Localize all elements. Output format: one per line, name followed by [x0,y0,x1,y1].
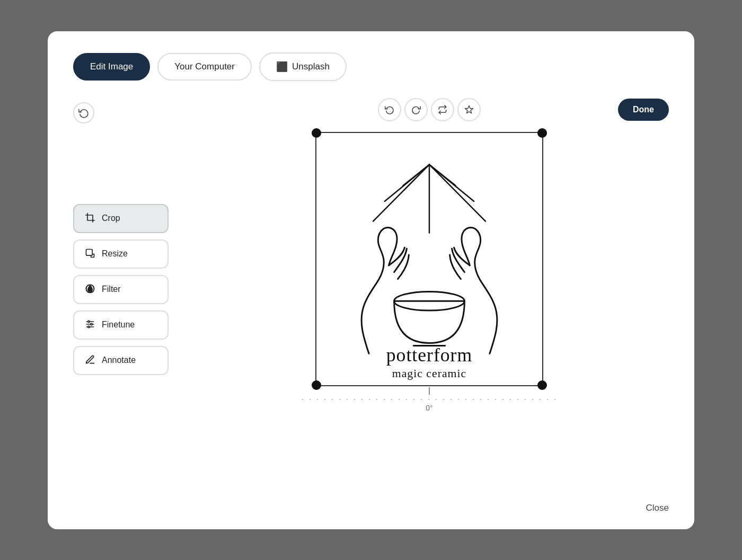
editor-area: Done [190,98,669,508]
brightness-icon [464,105,474,114]
svg-point-7 [91,323,92,325]
undo-button[interactable] [378,98,401,121]
done-button[interactable]: Done [618,99,669,121]
svg-line-13 [373,164,429,221]
redo-icon [411,105,421,114]
svg-marker-9 [465,105,473,113]
sidebar: Crop Resize [73,98,190,508]
svg-line-15 [429,164,474,201]
flip-icon [438,105,447,114]
filter-icon [85,283,95,296]
handle-bottom-right[interactable] [537,380,547,390]
editor-toolbar-row: Done [190,98,669,121]
handle-top-left[interactable] [312,128,321,138]
history-icon [78,108,89,118]
svg-rect-0 [86,249,93,255]
rotation-ruler: 0° [302,399,556,400]
tool-finetune-button[interactable]: Finetune [73,310,169,340]
rotation-angle: 0° [426,404,432,412]
svg-line-16 [429,164,485,221]
ruler-container: 0° [302,399,556,400]
done-wrapper: Done [618,99,669,121]
image-canvas: potterform magic ceramic [315,132,543,386]
redo-button[interactable] [404,98,428,121]
svg-point-6 [88,321,90,322]
undo-icon [385,105,394,114]
tab-unsplash[interactable]: ⬛ Unsplash [259,52,347,81]
tool-annotate-button[interactable]: Annotate [73,346,169,375]
tool-filter-button[interactable]: Filter [73,275,169,304]
crop-icon [85,212,95,225]
finetune-icon [85,319,95,331]
tool-crop-button[interactable]: Crop [73,204,169,233]
annotate-icon [85,354,95,367]
tab-bar: Edit Image Your Computer ⬛ Unsplash [73,52,669,81]
logo-image: potterform magic ceramic [316,133,542,385]
handle-bottom-left[interactable] [312,380,321,390]
editor-toolbar-center [378,98,481,121]
tool-resize-button[interactable]: Resize [73,239,169,269]
close-button[interactable]: Close [646,503,669,513]
svg-text:magic ceramic: magic ceramic [392,367,466,379]
resize-icon [85,248,95,260]
svg-point-8 [88,326,90,327]
handle-top-right[interactable] [537,128,547,138]
tab-your-computer[interactable]: Your Computer [157,53,252,81]
svg-text:potterform: potterform [386,344,472,366]
svg-line-12 [385,164,429,201]
history-button[interactable] [73,102,94,123]
modal-dialog: Edit Image Your Computer ⬛ Unsplash [48,31,694,529]
content-area: Crop Resize [73,98,669,508]
tab-edit-image[interactable]: Edit Image [73,53,150,81]
unsplash-icon: ⬛ [276,61,288,73]
flip-button[interactable] [431,98,454,121]
brightness-button[interactable] [457,98,481,121]
